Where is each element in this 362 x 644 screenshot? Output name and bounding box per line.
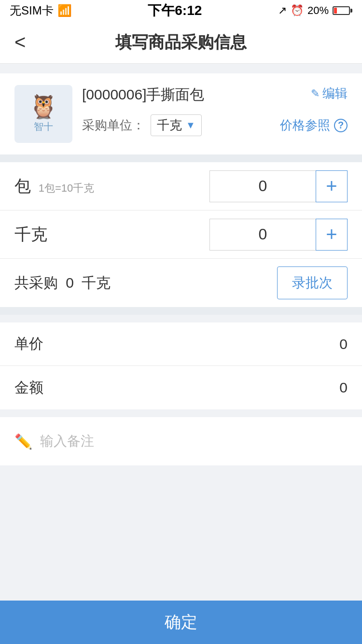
total-summary: 共采购 0 千克 <box>14 273 111 293</box>
package-qty-input[interactable] <box>209 170 316 202</box>
package-sublabel: 1包=10千克 <box>39 182 95 194</box>
status-bar: 无SIM卡 📶 下午6:12 ↗ ⏰ 20% <box>0 0 362 21</box>
product-logo-icon: 🦉 <box>29 95 58 118</box>
amount-label: 金额 <box>14 378 43 398</box>
confirm-button[interactable]: 确定 <box>0 601 362 644</box>
carrier-text: 无SIM卡 <box>10 3 54 18</box>
unit-price-row: 单价 0 <box>0 322 362 366</box>
unit-price-label: 单价 <box>14 334 43 354</box>
product-image: 🦉 智十 <box>14 85 72 143</box>
page-title: 填写商品采购信息 <box>115 31 247 54</box>
edit-icon: ✎ <box>311 87 320 100</box>
unit-price-value: 0 <box>339 336 348 352</box>
amount-row: 金额 0 <box>0 366 362 409</box>
total-value: 0 <box>66 275 74 291</box>
section-divider-2 <box>0 307 362 315</box>
total-unit: 千克 <box>82 275 111 291</box>
price-section: 单价 0 金额 0 <box>0 322 362 409</box>
unit-value: 千克 <box>157 117 182 134</box>
product-name: [0000006]手撕面包 <box>82 85 311 105</box>
kg-qty-input[interactable] <box>209 219 316 251</box>
battery-icon <box>333 6 352 15</box>
product-card: 🦉 智十 [0000006]手撕面包 ✎ 编辑 采购单位： 千克 ▼ 价格参照 … <box>0 73 362 154</box>
battery-text: 20% <box>307 4 329 17</box>
notes-pencil-icon: ✏️ <box>14 433 32 450</box>
kg-label: 千克 <box>14 225 47 243</box>
product-logo-text: 智十 <box>34 120 53 133</box>
unit-label: 采购单位： <box>82 117 145 134</box>
total-prefix: 共采购 <box>14 275 58 291</box>
price-ref-help-icon: ? <box>334 119 348 132</box>
status-time: 下午6:12 <box>148 1 202 20</box>
status-right: ↗ ⏰ 20% <box>278 4 352 17</box>
wifi-icon: 📶 <box>57 4 72 17</box>
kg-controls: + <box>209 219 348 251</box>
product-info: [0000006]手撕面包 ✎ 编辑 采购单位： 千克 ▼ 价格参照 ? <box>82 85 348 136</box>
package-plus-button[interactable]: + <box>316 170 348 202</box>
notes-section[interactable]: ✏️ 输入备注 <box>0 417 362 465</box>
kg-plus-button[interactable]: + <box>316 219 348 251</box>
notes-placeholder-text: 输入备注 <box>40 432 94 450</box>
location-icon: ↗ <box>278 4 287 17</box>
amount-value: 0 <box>339 379 348 396</box>
section-divider-1 <box>0 154 362 162</box>
alarm-icon: ⏰ <box>291 4 304 17</box>
confirm-label: 确定 <box>165 611 197 633</box>
batch-button[interactable]: 录批次 <box>277 266 348 299</box>
content-area <box>0 465 362 601</box>
package-label: 包 <box>14 177 31 195</box>
package-input-row: 包 1包=10千克 + <box>0 162 362 210</box>
nav-bar: < 填写商品采购信息 <box>0 21 362 64</box>
unit-arrow-icon: ▼ <box>186 120 195 131</box>
package-controls: + <box>209 170 348 202</box>
status-left: 无SIM卡 📶 <box>10 3 72 18</box>
back-button[interactable]: < <box>14 31 26 53</box>
total-row: 共采购 0 千克 录批次 <box>0 259 362 307</box>
unit-select[interactable]: 千克 ▼ <box>151 114 202 136</box>
edit-label: 编辑 <box>322 85 348 102</box>
kg-input-row: 千克 + <box>0 210 362 259</box>
edit-button[interactable]: ✎ 编辑 <box>311 85 348 102</box>
price-ref-label: 价格参照 <box>280 117 330 134</box>
price-ref-button[interactable]: 价格参照 ? <box>280 117 348 134</box>
input-section: 包 1包=10千克 + 千克 + <box>0 162 362 259</box>
